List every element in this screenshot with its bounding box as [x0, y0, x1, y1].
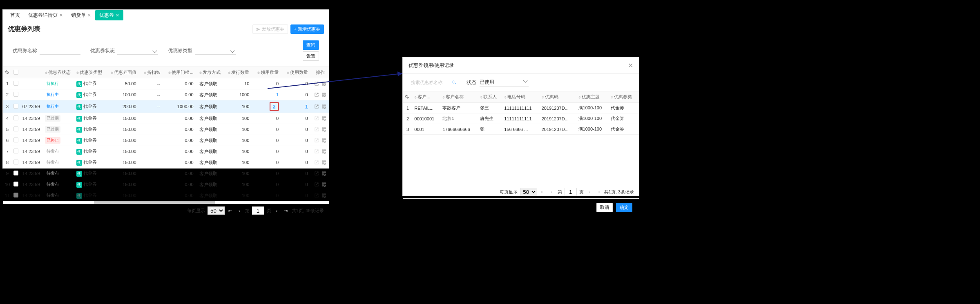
- add-coupon-button[interactable]: + 新增优惠券: [290, 24, 324, 34]
- gear-icon[interactable]: [404, 94, 409, 99]
- column-header[interactable]: 发放方式: [198, 67, 224, 78]
- qrcode-icon[interactable]: [321, 160, 326, 165]
- sort-icon[interactable]: [480, 96, 482, 99]
- use-count[interactable]: 0: [283, 168, 312, 179]
- take-count[interactable]: 0: [253, 157, 283, 168]
- row-checkbox[interactable]: [13, 92, 18, 97]
- table-row[interactable]: 4 14 23:59 已过期 代代金券 150.00 -- 0.00 客户领取 …: [3, 113, 329, 124]
- qrcode-icon[interactable]: [321, 171, 326, 176]
- table-row[interactable]: 2 00010001 北京1 唐先生 11111111111 20191207D…: [403, 113, 639, 124]
- column-header[interactable]: 电话号码: [502, 91, 540, 103]
- query-button[interactable]: 查询: [303, 40, 319, 50]
- column-header[interactable]: 使用数量: [283, 67, 312, 78]
- table-row[interactable]: 7 14 23:59 待发布 代代金券 150.00 -- 0.00 客户领取 …: [3, 146, 329, 157]
- close-icon[interactable]: ✕: [59, 13, 63, 18]
- filter-name-input[interactable]: [40, 47, 80, 55]
- take-count[interactable]: 0: [253, 135, 283, 146]
- table-row[interactable]: 9 14 23:59 待发布 代代金券 150.00 -- 0.00 客户领取 …: [3, 168, 329, 179]
- table-row[interactable]: 3 0001 17666666666 张 156 6666 ... 201912…: [403, 124, 639, 135]
- close-icon[interactable]: ✕: [87, 13, 91, 18]
- table-row[interactable]: 1 待执行 代代金券 50.00 -- 0.00 客户领取 10 0 0: [3, 78, 329, 89]
- take-count[interactable]: 0: [253, 168, 283, 179]
- qrcode-icon[interactable]: [321, 193, 326, 198]
- table-row[interactable]: 6 14 23:59 已终止 代代金券 150.00 -- 0.00 客户领取 …: [3, 135, 329, 146]
- column-header[interactable]: 领用数量: [253, 67, 283, 78]
- use-count[interactable]: 0: [283, 89, 312, 100]
- table-row[interactable]: 11 14 23:59 待发布 代代金券 150.00 -- 0.00 客户领取…: [3, 190, 329, 201]
- column-header[interactable]: 优惠券类: [609, 91, 639, 103]
- open-icon[interactable]: [314, 81, 319, 86]
- sort-icon[interactable]: [442, 96, 445, 99]
- select-all-checkbox[interactable]: [13, 70, 18, 75]
- close-icon[interactable]: ✕: [116, 13, 119, 18]
- modal-status-select[interactable]: 已使用: [480, 78, 529, 87]
- use-count[interactable]: 0: [283, 124, 312, 135]
- take-count[interactable]: 0: [253, 113, 283, 124]
- qrcode-icon[interactable]: [321, 116, 326, 121]
- column-header[interactable]: 发行数量: [224, 67, 254, 78]
- column-header[interactable]: 优惠码: [540, 91, 577, 103]
- tab-0[interactable]: 首页: [6, 10, 24, 20]
- use-count[interactable]: 0: [283, 179, 312, 190]
- sort-icon[interactable]: [257, 71, 260, 74]
- first-page-button[interactable]: ⇤: [540, 189, 546, 195]
- table-row[interactable]: 5 14 23:59 已过期 代代金券 150.00 -- 0.00 客户领取 …: [3, 124, 329, 135]
- column-header[interactable]: 优惠券状态: [43, 67, 75, 78]
- next-page-button[interactable]: ›: [586, 189, 593, 195]
- last-page-button[interactable]: ⇥: [283, 207, 289, 214]
- take-count[interactable]: 0: [253, 179, 283, 190]
- sort-icon[interactable]: [199, 71, 202, 74]
- row-checkbox[interactable]: [13, 126, 18, 131]
- column-header[interactable]: [12, 67, 21, 78]
- use-count[interactable]: 1: [283, 100, 312, 113]
- row-checkbox[interactable]: [13, 149, 18, 153]
- column-header[interactable]: 使用门槛...: [164, 67, 198, 78]
- sort-icon[interactable]: [228, 71, 230, 74]
- column-header[interactable]: 联系人: [478, 91, 502, 103]
- table-row[interactable]: 2 执行中 代代金券 100.00 -- 0.00 客户领取 1000 1 0: [3, 89, 329, 100]
- sort-icon[interactable]: [578, 96, 581, 99]
- use-count[interactable]: 0: [283, 190, 312, 201]
- gear-icon[interactable]: [4, 70, 9, 75]
- row-checkbox[interactable]: [13, 171, 18, 175]
- tab-1[interactable]: 优惠券详情页✕: [24, 10, 67, 20]
- use-count[interactable]: 0: [283, 157, 312, 168]
- sort-icon[interactable]: [504, 96, 507, 99]
- take-count[interactable]: 0: [253, 78, 283, 89]
- open-icon[interactable]: [314, 92, 319, 97]
- take-count[interactable]: 0: [253, 146, 283, 157]
- column-header[interactable]: 折扣%: [141, 67, 164, 78]
- use-count[interactable]: 0: [283, 78, 312, 89]
- ok-button[interactable]: 确定: [616, 203, 632, 212]
- column-header[interactable]: [21, 67, 43, 78]
- filter-type-select[interactable]: [195, 47, 236, 55]
- take-count[interactable]: 0: [253, 124, 283, 135]
- row-checkbox[interactable]: [13, 193, 18, 197]
- use-count[interactable]: 0: [283, 113, 312, 124]
- table-row[interactable]: 10 14 23:59 待发布 代代金券 150.00 -- 0.00 客户领取…: [3, 179, 329, 190]
- per-page-select[interactable]: 50: [208, 206, 225, 215]
- sort-icon[interactable]: [111, 71, 113, 74]
- column-header[interactable]: 优惠主题: [577, 91, 609, 103]
- column-header[interactable]: [403, 91, 413, 103]
- sort-icon[interactable]: [76, 71, 79, 74]
- qrcode-icon[interactable]: [321, 92, 326, 97]
- column-header[interactable]: 操作: [312, 67, 329, 78]
- qrcode-icon[interactable]: [321, 138, 326, 143]
- tab-2[interactable]: 销货单✕: [67, 10, 95, 20]
- filter-status-select[interactable]: [117, 47, 158, 55]
- take-count[interactable]: 1: [253, 89, 283, 100]
- use-count[interactable]: 0: [283, 146, 312, 157]
- column-header[interactable]: 优惠券类型: [75, 67, 106, 78]
- qrcode-icon[interactable]: [321, 127, 326, 132]
- sort-icon[interactable]: [287, 71, 289, 74]
- cancel-button[interactable]: 取消: [596, 203, 613, 212]
- row-checkbox[interactable]: [13, 81, 18, 86]
- sort-icon[interactable]: [542, 96, 544, 99]
- close-icon[interactable]: ✕: [628, 62, 633, 69]
- first-page-button[interactable]: ⇤: [227, 207, 234, 214]
- column-header[interactable]: 客户...: [413, 91, 441, 103]
- use-count[interactable]: 0: [283, 135, 312, 146]
- table-row[interactable]: 3 07 23:59 执行中 代代金券 200.00 -- 1000.00 客户…: [3, 100, 329, 113]
- tab-3[interactable]: 优惠券✕: [95, 10, 123, 20]
